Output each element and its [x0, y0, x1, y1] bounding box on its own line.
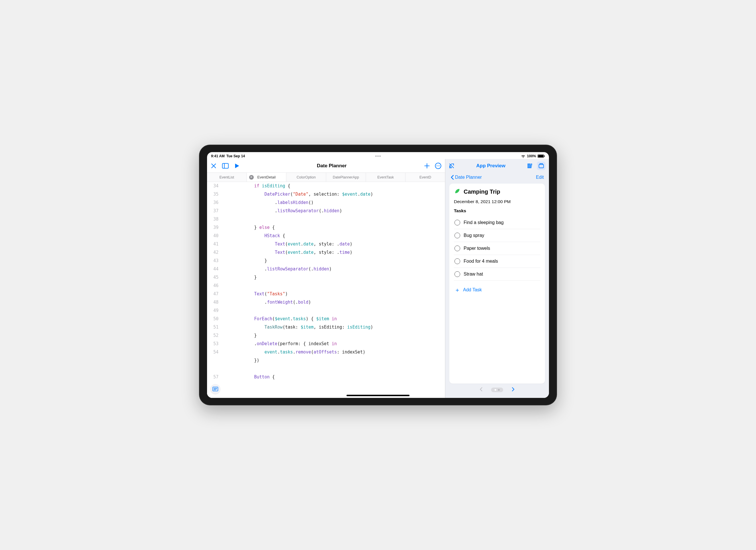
- line-number: 51: [207, 323, 218, 332]
- task-checkbox-icon[interactable]: [454, 220, 460, 225]
- tasks-header: Tasks: [454, 208, 540, 213]
- code-content[interactable]: if isEditing { DatePicker("Date", select…: [221, 182, 445, 398]
- documentation-icon[interactable]: [210, 384, 220, 394]
- line-number: 36: [207, 198, 218, 207]
- status-time: 9:41 AM: [211, 154, 225, 158]
- task-checkbox-icon[interactable]: [454, 258, 460, 264]
- line-number: 38: [207, 215, 218, 223]
- line-number: [207, 365, 218, 373]
- file-tab[interactable]: EventTask: [366, 173, 406, 182]
- file-tab[interactable]: ColorOption: [286, 173, 326, 182]
- page-dots[interactable]: [491, 388, 503, 392]
- file-tab[interactable]: EventD: [405, 173, 445, 182]
- line-number: 47: [207, 290, 218, 298]
- battery-icon: [538, 154, 545, 158]
- file-tabstrip: EventList✕EventDetailColorOptionDatePlan…: [207, 173, 445, 182]
- code-viewport[interactable]: 3435363738394041424344454647484950515253…: [207, 182, 445, 398]
- svg-rect-11: [530, 164, 532, 168]
- preview-nav-bar: Date Planner Edit: [449, 173, 545, 184]
- task-label: Food for 4 meals: [464, 259, 498, 264]
- library-icon[interactable]: [527, 163, 533, 169]
- line-number: 45: [207, 273, 218, 282]
- line-number: 39: [207, 223, 218, 232]
- close-tab-icon[interactable]: ✕: [249, 175, 254, 180]
- svg-point-8: [439, 165, 440, 166]
- line-number: 48: [207, 298, 218, 307]
- preview-pager: [449, 384, 545, 395]
- multitask-dots[interactable]: [297, 155, 459, 157]
- task-list: Find a sleeping bagBug sprayPaper towels…: [454, 216, 540, 281]
- project-title: Date Planner: [240, 163, 424, 169]
- preview-toolbar: App Preview: [445, 159, 549, 173]
- file-tab[interactable]: DatePlannerApp: [326, 173, 366, 182]
- svg-rect-10: [529, 164, 530, 168]
- tab-label: EventD: [420, 175, 431, 179]
- task-row[interactable]: Straw hat: [454, 268, 540, 281]
- wifi-icon: [521, 154, 525, 158]
- add-icon[interactable]: [424, 163, 430, 169]
- tab-label: ColorOption: [297, 175, 316, 179]
- line-number: [207, 356, 218, 365]
- code-editor-pane: Date Planner EventList✕EventDetailColorO…: [207, 159, 445, 398]
- task-row[interactable]: Bug spray: [454, 229, 540, 242]
- event-title: Camping Trip: [464, 188, 500, 195]
- svg-rect-9: [528, 164, 529, 168]
- line-number: 37: [207, 207, 218, 215]
- edit-button[interactable]: Edit: [536, 175, 544, 180]
- event-datetime: December 8, 2021 12:00 PM: [454, 199, 540, 204]
- line-number: 50: [207, 315, 218, 323]
- line-number: 35: [207, 190, 218, 198]
- line-number: 41: [207, 240, 218, 248]
- svg-point-6: [436, 165, 437, 166]
- tab-label: EventList: [219, 175, 234, 179]
- line-number: 57: [207, 373, 218, 381]
- add-task-label: Add Task: [463, 287, 482, 293]
- event-card: Camping Trip December 8, 2021 12:00 PM T…: [449, 184, 545, 384]
- line-gutter: 3435363738394041424344454647484950515253…: [207, 182, 221, 398]
- plus-icon: ＋: [454, 287, 460, 293]
- canvas-icon[interactable]: [537, 161, 546, 170]
- task-checkbox-icon[interactable]: [454, 232, 460, 238]
- expand-icon[interactable]: [449, 163, 454, 169]
- svg-rect-13: [540, 163, 543, 164]
- task-checkbox-icon[interactable]: [454, 245, 460, 251]
- svg-rect-1: [538, 155, 544, 157]
- add-task-button[interactable]: ＋ Add Task: [454, 284, 540, 295]
- task-row[interactable]: Find a sleeping bag: [454, 216, 540, 229]
- task-label: Paper towels: [464, 246, 490, 251]
- tab-label: EventTask: [377, 175, 394, 179]
- file-tab[interactable]: ✕EventDetail: [247, 173, 287, 182]
- line-number: 43: [207, 257, 218, 265]
- line-number: 52: [207, 332, 218, 340]
- task-row[interactable]: Food for 4 meals: [454, 255, 540, 268]
- back-button[interactable]: Date Planner: [450, 174, 482, 180]
- tab-label: DatePlannerApp: [333, 175, 359, 179]
- screen: 9:41 AM Tue Sep 14 100%: [207, 152, 549, 398]
- back-label: Date Planner: [455, 175, 482, 180]
- line-number: 44: [207, 265, 218, 273]
- task-label: Straw hat: [464, 271, 483, 277]
- sidebar-toggle-icon[interactable]: [222, 163, 229, 169]
- run-icon[interactable]: [234, 163, 240, 169]
- home-indicator[interactable]: [347, 395, 409, 396]
- prev-preview-icon[interactable]: [479, 387, 483, 393]
- file-tab[interactable]: EventList: [207, 173, 247, 182]
- editor-toolbar: Date Planner: [207, 159, 445, 173]
- task-label: Find a sleeping bag: [464, 220, 504, 225]
- status-bar: 9:41 AM Tue Sep 14 100%: [207, 152, 549, 159]
- task-checkbox-icon[interactable]: [454, 271, 460, 277]
- battery-percent: 100%: [527, 154, 536, 158]
- line-number: 42: [207, 248, 218, 257]
- preview-pane: App Preview Date Planner Edit: [445, 159, 549, 398]
- svg-rect-3: [223, 163, 229, 168]
- close-icon[interactable]: [210, 163, 217, 169]
- next-preview-icon[interactable]: [511, 387, 515, 393]
- line-number: 40: [207, 232, 218, 240]
- line-number: 49: [207, 307, 218, 315]
- more-icon[interactable]: [435, 162, 442, 169]
- line-number: 34: [207, 182, 218, 190]
- task-row[interactable]: Paper towels: [454, 242, 540, 255]
- line-number: 54: [207, 348, 218, 356]
- line-number: 53: [207, 340, 218, 348]
- task-label: Bug spray: [464, 233, 484, 238]
